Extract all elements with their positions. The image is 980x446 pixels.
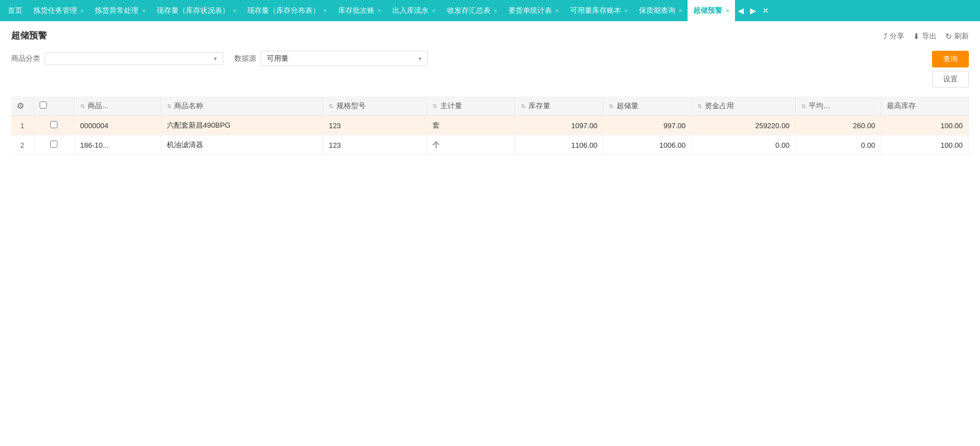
row-product-name-2: 机油滤清器 — [161, 135, 323, 155]
col-stock[interactable]: ⇅ 库存量 — [515, 96, 603, 116]
datasource-select[interactable]: 可用量 ▾ — [261, 51, 428, 66]
nav-tab-stock-status[interactable]: 现存量（库存状况表） × — [151, 0, 242, 21]
export-label: 导出 — [922, 31, 936, 41]
datasource-filter-label: 数据源 — [234, 54, 256, 64]
nav-arrow-right[interactable]: ▶ — [747, 0, 760, 21]
refresh-icon: ↻ — [945, 32, 952, 41]
col-capital[interactable]: ⇅ 资金占用 — [691, 96, 795, 116]
row-select-checkbox-2[interactable] — [50, 140, 57, 148]
nav-tab-home[interactable]: 首页 — [2, 0, 28, 21]
sort-icon-overstock: ⇅ — [609, 103, 613, 109]
nav-tab-batch-close[interactable]: × — [378, 7, 381, 14]
nav-tab-recv-summary-label: 收发存汇总表 — [447, 6, 491, 16]
row-overstock-1: 997.00 — [603, 116, 691, 135]
settings-gear-icon[interactable]: ⚙ — [17, 101, 24, 110]
settings-button[interactable]: 设置 — [932, 71, 969, 88]
table-header-row: ⚙ ⇅ 商品... ⇅ 商品名称 ⇅ 规格型号 ⇅ — [11, 96, 969, 116]
row-unit-1: 套 — [427, 116, 515, 135]
col-product-name[interactable]: ⇅ 商品名称 — [161, 96, 323, 116]
row-checkbox-2[interactable] — [33, 135, 74, 155]
share-icon: ⤴ — [883, 32, 887, 41]
sort-icon-avg: ⇅ — [801, 103, 806, 109]
category-select[interactable]: ▾ — [45, 52, 223, 65]
category-chevron-icon: ▾ — [214, 55, 217, 62]
nav-tab-order-stats[interactable]: 要货单统计表 × — [503, 0, 564, 21]
row-num-2: 2 — [11, 135, 33, 155]
row-max-stock-2: 100.00 — [881, 135, 969, 155]
nav-tab-batch-label: 库存批次账 — [338, 6, 374, 16]
nav-tab-stock-status-label: 现存量（库存状况表） — [157, 6, 229, 16]
col-avg-label: 平均... — [809, 101, 829, 110]
sort-icon-spec: ⇅ — [329, 103, 333, 109]
row-product-name-1: 六配套新昌490BPG — [161, 116, 323, 135]
row-checkbox-1[interactable] — [33, 116, 74, 135]
col-unit[interactable]: ⇅ 主计量 — [427, 96, 515, 116]
nav-tab-overstock-alert-label: 超储预警 — [693, 6, 722, 16]
nav-tab-recv-summary[interactable]: 收发存汇总表 × — [441, 0, 503, 21]
nav-tab-order-stats-label: 要货单统计表 — [508, 6, 552, 16]
category-filter-label: 商品分类 — [11, 54, 40, 64]
nav-tab-task-mgmt[interactable]: 拣货任务管理 × — [28, 0, 89, 21]
nav-tab-stock-status-close[interactable]: × — [233, 7, 236, 14]
nav-tab-available-stock[interactable]: 可用量库存账本 × — [565, 0, 633, 21]
col-overstock[interactable]: ⇅ 超储量 — [603, 96, 691, 116]
col-avg[interactable]: ⇅ 平均... — [795, 96, 881, 116]
nav-tab-inout-flow-close[interactable]: × — [432, 7, 435, 14]
sort-icon-stock: ⇅ — [521, 103, 525, 109]
datasource-select-value: 可用量 — [267, 54, 289, 64]
nav-tab-stock-dist[interactable]: 现存量（库存分布表） × — [242, 0, 332, 21]
data-table: ⚙ ⇅ 商品... ⇅ 商品名称 ⇅ 规格型号 ⇅ — [11, 96, 969, 155]
nav-tab-stock-dist-close[interactable]: × — [323, 7, 326, 14]
share-button[interactable]: ⤴ 分享 — [883, 31, 904, 41]
row-max-stock-1: 100.00 — [881, 116, 969, 135]
col-checkbox — [33, 96, 74, 116]
nav-tab-order-stats-close[interactable]: × — [555, 7, 559, 14]
table-row: 2 186-10... 机油滤清器 123 个 1106.00 1006.00 … — [11, 135, 969, 155]
nav-tab-task-mgmt-label: 拣货任务管理 — [33, 6, 77, 16]
datasource-filter-item: 数据源 可用量 ▾ — [234, 51, 428, 66]
nav-tab-available-stock-label: 可用量库存账本 — [570, 6, 621, 16]
refresh-button[interactable]: ↻ 刷新 — [945, 31, 969, 41]
nav-tab-batch[interactable]: 库存批次账 × — [333, 0, 387, 21]
col-spec-label: 规格型号 — [337, 101, 366, 110]
header-actions: ⤴ 分享 ⬇ 导出 ↻ 刷新 — [883, 31, 969, 41]
category-filter-item: 商品分类 ▾ — [11, 52, 223, 65]
nav-tab-abnormal-label: 拣货异常处理 — [95, 6, 138, 16]
col-capital-label: 资金占用 — [705, 101, 734, 110]
nav-tab-overstock-alert[interactable]: 超储预警 × — [688, 0, 734, 21]
col-stock-label: 库存量 — [529, 101, 550, 110]
nav-tab-recv-summary-close[interactable]: × — [494, 7, 497, 14]
nav-tab-inout-flow[interactable]: 出入库流水 × — [387, 0, 441, 21]
col-settings[interactable]: ⚙ — [11, 96, 33, 116]
nav-tab-quality-check-close[interactable]: × — [679, 7, 682, 14]
nav-tab-task-mgmt-close[interactable]: × — [80, 7, 84, 14]
filter-fields: 商品分类 ▾ 数据源 可用量 ▾ — [11, 51, 921, 66]
row-overstock-2: 1006.00 — [603, 135, 691, 155]
col-spec[interactable]: ⇅ 规格型号 — [323, 96, 427, 116]
row-product-code-1: 0000004 — [74, 116, 161, 135]
nav-arrow-left[interactable]: ◀ — [735, 0, 747, 21]
page-header: 超储预警 ⤴ 分享 ⬇ 导出 ↻ 刷新 — [11, 30, 969, 42]
share-label: 分享 — [890, 31, 904, 41]
nav-tab-abnormal[interactable]: 拣货异常处理 × — [89, 0, 151, 21]
col-product-code[interactable]: ⇅ 商品... — [74, 96, 161, 116]
col-max-stock[interactable]: 最高库存 — [881, 96, 969, 116]
row-select-checkbox-1[interactable] — [50, 121, 57, 128]
sort-icon-unit: ⇅ — [433, 103, 437, 109]
nav-tab-quality-check[interactable]: 保质期查询 × — [633, 0, 688, 21]
row-avg-1: 260.00 — [795, 116, 881, 135]
row-stock-1: 1097.00 — [515, 116, 603, 135]
nav-close-all[interactable]: ✕ — [760, 0, 772, 21]
nav-tab-available-stock-close[interactable]: × — [624, 7, 628, 14]
select-all-checkbox[interactable] — [40, 101, 47, 109]
row-num-1: 1 — [11, 116, 33, 135]
col-product-code-label: 商品... — [88, 101, 108, 110]
query-button[interactable]: 查询 — [932, 51, 969, 67]
action-column: 查询 设置 — [932, 51, 969, 88]
row-product-code-2: 186-10... — [74, 135, 161, 155]
nav-tab-overstock-alert-close[interactable]: × — [726, 7, 729, 14]
nav-tab-stock-dist-label: 现存量（库存分布表） — [247, 6, 320, 16]
nav-tab-abnormal-close[interactable]: × — [142, 7, 145, 14]
top-navigation: 首页 拣货任务管理 × 拣货异常处理 × 现存量（库存状况表） × 现存量（库存… — [0, 0, 980, 21]
export-button[interactable]: ⬇ 导出 — [913, 31, 936, 41]
